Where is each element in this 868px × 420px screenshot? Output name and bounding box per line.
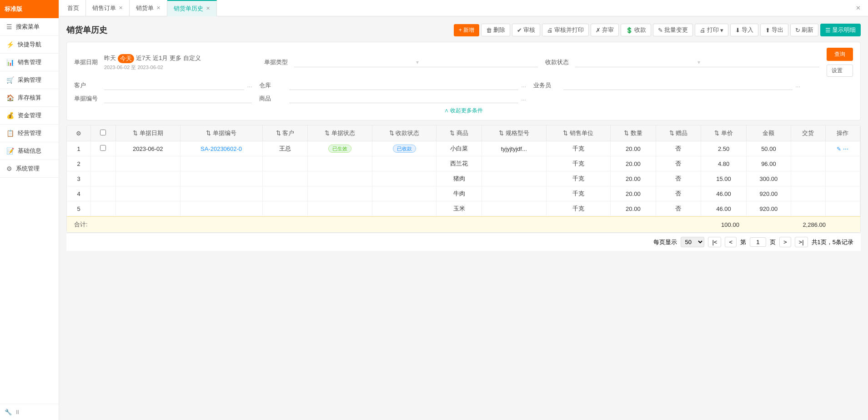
tab-sales-order[interactable]: 销售订单 ✕ bbox=[86, 0, 130, 16]
last-page-btn[interactable]: >| bbox=[795, 237, 808, 247]
page-input[interactable] bbox=[750, 237, 766, 247]
row-gift: 否 bbox=[656, 156, 701, 171]
col-spec[interactable]: ⇅ 规格型号 bbox=[482, 125, 546, 141]
col-transaction[interactable]: 交货 bbox=[791, 125, 826, 141]
sidebar-item-sys-mgmt[interactable]: ⚙ 系统管理 bbox=[0, 160, 59, 178]
sidebar-item-ops-mgmt[interactable]: 📋 经营管理 bbox=[0, 125, 59, 142]
sidebar-item-label: 采购管理 bbox=[18, 76, 41, 84]
col-doc-no[interactable]: ⇅ 单据编号 bbox=[180, 125, 262, 141]
col-doc-status[interactable]: ⇅ 单据状态 bbox=[308, 125, 372, 141]
filter-row-3: 单据编号 商品 ... bbox=[74, 94, 853, 103]
tab-sales-delivery-history-label: 销货单历史 bbox=[174, 5, 203, 13]
tab-sales-delivery-history[interactable]: 销货单历史 ✕ bbox=[167, 0, 217, 16]
salesperson-ellipsis[interactable]: ... bbox=[795, 82, 800, 89]
col-customer[interactable]: ⇅ 客户 bbox=[262, 125, 308, 141]
col-amount[interactable]: 金额 bbox=[746, 125, 791, 141]
col-checkbox[interactable] bbox=[91, 125, 116, 141]
col-gear[interactable]: ⚙ bbox=[67, 125, 91, 141]
tab-close-all[interactable]: ✕ bbox=[850, 5, 866, 11]
row-doc-no[interactable] bbox=[180, 201, 262, 216]
sidebar-item-sales-mgmt[interactable]: 📊 销售管理 bbox=[0, 54, 59, 71]
row-checkbox[interactable] bbox=[91, 171, 116, 186]
sidebar-item-inventory-calc[interactable]: 🏠 库存核算 bbox=[0, 89, 59, 107]
row-checkbox[interactable] bbox=[91, 156, 116, 171]
row-checkbox[interactable] bbox=[91, 141, 116, 156]
new-button[interactable]: + 新增 bbox=[454, 24, 479, 36]
col-unit[interactable]: ⇅ 销售单位 bbox=[546, 125, 611, 141]
row-action[interactable] bbox=[825, 201, 860, 216]
goods-ellipsis[interactable]: ... bbox=[521, 95, 526, 102]
doc-type-select[interactable]: ▾ bbox=[294, 58, 538, 67]
col-date[interactable]: ⇅ 单据日期 bbox=[115, 125, 180, 141]
collapse-btn[interactable]: ∧ 收起更多条件 bbox=[74, 107, 853, 115]
col-qty[interactable]: ⇅ 数量 bbox=[611, 125, 656, 141]
goods-input[interactable] bbox=[289, 94, 518, 103]
sidebar-item-purchase-mgmt[interactable]: 🛒 采购管理 bbox=[0, 71, 59, 89]
tab-sales-delivery-label: 销货单 bbox=[136, 4, 154, 12]
prev-page-btn[interactable]: < bbox=[725, 237, 737, 247]
doc-no-input[interactable] bbox=[104, 94, 252, 103]
row-action[interactable]: ✎⋯ bbox=[825, 141, 860, 156]
delete-button[interactable]: 🗑 删除 bbox=[481, 24, 510, 36]
sidebar-item-quick-nav[interactable]: ⚡ 快捷导航 bbox=[0, 36, 59, 54]
salesperson-label: 业务员 bbox=[533, 81, 561, 90]
print-button[interactable]: 🖨 打印 ▾ bbox=[695, 24, 728, 36]
row-doc-no[interactable] bbox=[180, 171, 262, 186]
customer-ellipsis[interactable]: ... bbox=[247, 82, 252, 89]
row-doc-no[interactable] bbox=[180, 156, 262, 171]
salesperson-input[interactable] bbox=[563, 80, 793, 90]
filter-collect-status: 收款状态 ▾ bbox=[545, 58, 819, 67]
sidebar-item-basic-info[interactable]: 📝 基础信息 bbox=[0, 142, 59, 160]
warehouse-label: 仓库 bbox=[259, 81, 286, 90]
query-button[interactable]: 查询 bbox=[827, 48, 853, 61]
review-print-button[interactable]: 🖨 审核并打印 bbox=[542, 24, 589, 36]
row-doc-no[interactable] bbox=[180, 186, 262, 201]
per-page-select[interactable]: 50 100 bbox=[681, 237, 704, 247]
row-checkbox[interactable] bbox=[91, 186, 116, 201]
shortcut-custom[interactable]: 自定义 bbox=[183, 54, 201, 63]
export-button[interactable]: ⬆ 导出 bbox=[760, 24, 788, 36]
select-all-checkbox[interactable] bbox=[100, 130, 106, 135]
first-page-btn[interactable]: |< bbox=[708, 237, 721, 247]
tab-sales-order-close[interactable]: ✕ bbox=[119, 5, 123, 11]
setting-button[interactable]: 设置 bbox=[827, 65, 853, 77]
import-button[interactable]: ⬇ 导入 bbox=[730, 24, 758, 36]
col-goods[interactable]: ⇅ 商品 bbox=[437, 125, 482, 141]
warehouse-input[interactable] bbox=[289, 80, 518, 90]
refresh-button[interactable]: ↻ 刷新 bbox=[790, 24, 818, 36]
row-checkbox[interactable] bbox=[91, 201, 116, 216]
shortcut-1month[interactable]: 近1月 bbox=[153, 54, 168, 63]
col-price[interactable]: ⇅ 单价 bbox=[701, 125, 747, 141]
batch-change-button[interactable]: ✎ 批量变更 bbox=[653, 24, 693, 36]
collect-status-select[interactable]: ▾ bbox=[575, 58, 819, 67]
review-button[interactable]: ✔ 审核 bbox=[512, 24, 540, 36]
tab-sales-delivery-history-close[interactable]: ✕ bbox=[206, 5, 210, 11]
warehouse-ellipsis[interactable]: ... bbox=[521, 82, 526, 89]
search-menu-icon: ☰ bbox=[6, 23, 12, 30]
shortcut-more[interactable]: 更多 bbox=[170, 54, 181, 63]
row-action[interactable] bbox=[825, 156, 860, 171]
review-print-icon: 🖨 bbox=[547, 27, 553, 34]
row-doc-no[interactable]: SA-20230602-0 bbox=[180, 141, 262, 156]
row-action[interactable] bbox=[825, 186, 860, 201]
abandon-button[interactable]: ✗ 弃审 bbox=[591, 24, 619, 36]
show-detail-button[interactable]: ☰ 显示明细 bbox=[820, 24, 861, 36]
table-row: 3猪肉千克20.00否15.00300.00 bbox=[67, 171, 860, 186]
col-collect-status[interactable]: ⇅ 收款状态 bbox=[372, 125, 437, 141]
sidebar-item-fund-mgmt[interactable]: 💰 资金管理 bbox=[0, 107, 59, 125]
next-page-btn[interactable]: > bbox=[779, 237, 791, 247]
customer-input[interactable] bbox=[104, 80, 244, 90]
col-gift[interactable]: ⇅ 赠品 bbox=[656, 125, 701, 141]
tab-home[interactable]: 首页 bbox=[61, 0, 86, 16]
row-spec: tyjyjtyjdf... bbox=[482, 141, 546, 156]
shortcut-today[interactable]: 今天 bbox=[118, 54, 134, 63]
sidebar-bottom-icon2[interactable]: ⏸ bbox=[15, 409, 20, 415]
tab-sales-delivery[interactable]: 销货单 ✕ bbox=[130, 0, 167, 16]
row-action[interactable] bbox=[825, 171, 860, 186]
sidebar-bottom-icon1[interactable]: 🔧 bbox=[5, 409, 12, 415]
shortcut-7days[interactable]: 近7天 bbox=[136, 54, 151, 63]
shortcut-yesterday[interactable]: 昨天 bbox=[104, 54, 116, 63]
tab-sales-delivery-close[interactable]: ✕ bbox=[156, 5, 161, 11]
sidebar-item-search-menu[interactable]: ☰ 搜索菜单 bbox=[0, 18, 59, 36]
collect-button[interactable]: 💲 收款 bbox=[621, 24, 651, 36]
